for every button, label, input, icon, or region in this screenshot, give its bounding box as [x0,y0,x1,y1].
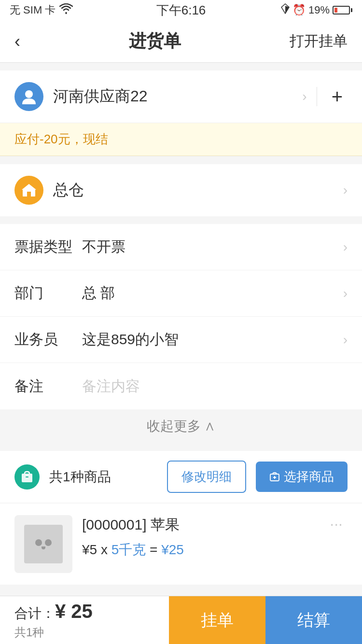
warehouse-section[interactable]: 总仓 › [0,164,362,216]
content: 河南供应商22 › + 应付-20元，现结 总仓 › 票据类型 不开票 [0,70,362,638]
alarm-icon: ⏰ [292,4,306,16]
warehouse-name: 总仓 [53,180,338,201]
svg-rect-6 [26,476,28,477]
supplier-row[interactable]: 河南供应商22 › + [0,70,362,123]
status-time: 下午6:16 [156,2,206,19]
svg-rect-5 [22,474,32,482]
svg-point-1 [25,90,33,98]
warehouse-icon [14,176,43,205]
select-product-button[interactable]: 选择商品 [256,462,348,492]
product-thumb-inner [24,525,63,563]
staff-chevron-icon: › [343,332,348,348]
total-main: 合计：¥ 25 [14,601,154,623]
battery-icon [333,6,352,14]
dept-row[interactable]: 部门 总 部 › [0,270,362,317]
supplier-name: 河南供应商22 [53,86,297,107]
form-section: 票据类型 不开票 › 部门 总 部 › 业务员 这是859的小智 › 备注 备注… [0,224,362,409]
product-name: [0000001] 苹果 [82,515,325,535]
carrier-label: 无 SIM 卡 [10,3,56,17]
product-thumbnail [14,515,72,573]
total-value: ¥25 [161,542,184,557]
remark-label: 备注 [14,377,72,396]
location-icon [281,3,290,17]
open-hang-button[interactable]: 打开挂单 [290,31,348,51]
status-bar: 无 SIM 卡 下午6:16 ⏰ 19% [0,0,362,20]
notice-text: 应付-20元，现结 [14,132,108,146]
hang-button[interactable]: 挂单 [169,596,265,644]
product-item: [0000001] 苹果 ¥5 x 5千克 = ¥25 ··· [0,504,362,585]
edit-detail-button[interactable]: 修改明细 [167,461,246,493]
status-left: 无 SIM 卡 [10,3,73,17]
product-price: ¥5 x 5千克 = ¥25 [82,541,325,559]
product-header: 共1种商品 修改明细 选择商品 [0,451,362,503]
notice-bar: 应付-20元，现结 [0,123,362,156]
warehouse-row[interactable]: 总仓 › [0,164,362,216]
total-sub: 共1种 [14,625,154,640]
price-value: ¥5 x [82,542,111,557]
total-amount: ¥ 25 [55,601,93,622]
total-label: 合计： [14,606,55,621]
invoice-row[interactable]: 票据类型 不开票 › [0,224,362,270]
supplier-divider [317,87,317,106]
remark-row[interactable]: 备注 备注内容 [0,363,362,409]
product-title: 苹果 [151,517,180,532]
invoice-value: 不开票 [72,237,338,257]
equals-sign: = [146,542,161,557]
warehouse-chevron-icon: › [343,182,348,198]
svg-rect-4 [27,192,31,196]
product-info: [0000001] 苹果 ¥5 x 5千克 = ¥25 [82,515,325,559]
invoice-chevron-icon: › [343,239,348,255]
product-icon [14,464,40,490]
supplier-section: 河南供应商22 › + 应付-20元，现结 [0,70,362,156]
add-button[interactable]: + [327,86,348,108]
dept-label: 部门 [14,283,72,303]
staff-value: 这是859的小智 [72,330,338,350]
product-id: [0000001] [82,517,151,532]
chevron-right-icon: › [302,89,306,104]
bottom-total: 合计：¥ 25 共1种 [0,601,169,640]
supplier-avatar [14,82,43,111]
nav-bar: ‹ 进货单 打开挂单 [0,20,362,63]
invoice-label: 票据类型 [14,237,72,257]
page-title: 进货单 [129,29,181,53]
select-product-label: 选择商品 [284,468,334,485]
product-more-button[interactable]: ··· [325,515,348,533]
settle-button[interactable]: 结算 [265,596,362,644]
collapse-bar[interactable]: 收起更多 ∧ [0,409,362,443]
battery-percent: 19% [308,4,330,16]
staff-row[interactable]: 业务员 这是859的小智 › [0,317,362,363]
dept-chevron-icon: › [343,286,348,301]
quantity-value: 5千克 [111,542,146,557]
remark-input[interactable]: 备注内容 [72,377,348,396]
collapse-label: 收起更多 ∧ [147,417,216,435]
owl-icon [35,539,52,549]
bottom-bar: 合计：¥ 25 共1种 挂单 结算 [0,596,362,644]
dept-value: 总 部 [72,283,338,303]
wifi-icon [59,3,73,17]
product-count-label: 共1种商品 [49,468,157,486]
status-right: ⏰ 19% [281,3,352,17]
svg-marker-3 [22,184,36,190]
staff-label: 业务员 [14,330,72,350]
back-button[interactable]: ‹ [14,31,20,52]
